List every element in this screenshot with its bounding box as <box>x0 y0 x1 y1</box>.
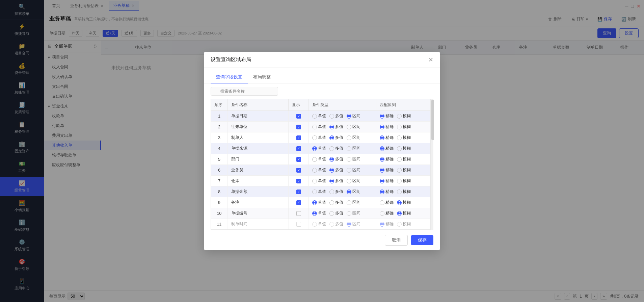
radio-exact[interactable]: 精确 <box>380 113 394 119</box>
checkbox[interactable]: ✓ <box>296 135 301 140</box>
radio-circle-fuzzy <box>397 211 402 216</box>
row-display-checkbox[interactable] <box>289 208 309 219</box>
radio-multi[interactable]: 多值 <box>329 113 343 119</box>
radio-circle-multi <box>329 200 334 205</box>
radio-multi[interactable]: 多值 <box>329 135 343 141</box>
radio-exact[interactable]: 精确 <box>380 167 394 173</box>
radio-single[interactable]: 单值 <box>312 167 326 173</box>
radio-range[interactable]: 区间 <box>347 156 360 162</box>
radio-exact[interactable]: 精确 <box>380 189 394 195</box>
radio-exact[interactable]: 精确 <box>380 124 394 130</box>
radio-range[interactable]: 区间 <box>347 210 360 216</box>
radio-fuzzy[interactable]: 模糊 <box>397 113 411 119</box>
radio-multi[interactable]: 多值 <box>329 189 343 195</box>
row-display-checkbox[interactable]: ✓ <box>289 132 309 143</box>
row-display-checkbox[interactable]: ✓ <box>289 197 309 208</box>
radio-circle-fuzzy <box>397 135 402 140</box>
radio-single[interactable]: 单值 <box>312 221 326 227</box>
radio-multi[interactable]: 多值 <box>329 167 343 173</box>
radio-circle-multi <box>329 179 334 183</box>
row-display-checkbox[interactable]: ✓ <box>289 165 309 175</box>
checkbox[interactable]: ✓ <box>296 157 301 162</box>
radio-range[interactable]: 区间 <box>347 146 360 151</box>
radio-fuzzy[interactable]: 模糊 <box>397 167 411 173</box>
radio-exact[interactable]: 精确 <box>380 146 394 151</box>
radio-single[interactable]: 单值 <box>312 200 326 205</box>
radio-range[interactable]: 区间 <box>347 113 360 119</box>
radio-single[interactable]: 单值 <box>312 189 326 195</box>
row-display-checkbox[interactable]: ✓ <box>289 176 309 186</box>
radio-circle-range <box>347 125 351 129</box>
radio-exact[interactable]: 精确 <box>380 221 394 227</box>
radio-fuzzy[interactable]: 模糊 <box>397 156 411 162</box>
checkbox[interactable]: ✓ <box>296 190 301 194</box>
row-display-checkbox[interactable]: ✓ <box>289 154 309 165</box>
radio-range[interactable]: 区间 <box>347 221 360 227</box>
row-display-checkbox[interactable]: ✓ <box>289 143 309 154</box>
radio-single[interactable]: 单值 <box>312 124 326 130</box>
row-match-rule: 精确模糊 <box>376 208 430 219</box>
radio-range[interactable]: 区间 <box>347 178 360 184</box>
checkbox[interactable] <box>296 211 301 216</box>
row-display-checkbox[interactable]: ✓ <box>289 111 309 121</box>
row-condition-type: 单值多值区间 <box>309 132 376 143</box>
modal-search-input[interactable] <box>211 87 278 96</box>
radio-fuzzy[interactable]: 模糊 <box>397 178 411 184</box>
radio-fuzzy[interactable]: 模糊 <box>397 221 411 227</box>
radio-range[interactable]: 区间 <box>347 200 360 205</box>
row-condition-name: 备注 <box>228 197 289 208</box>
table-row: 8单据金额✓单值多值区间精确模糊 <box>211 186 430 197</box>
radio-single[interactable]: 单值 <box>312 146 326 151</box>
radio-multi[interactable]: 多值 <box>329 210 343 216</box>
radio-exact[interactable]: 精确 <box>380 200 394 205</box>
row-display-checkbox[interactable]: ✓ <box>289 122 309 132</box>
checkbox[interactable]: ✓ <box>296 179 301 183</box>
radio-circle-fuzzy <box>397 146 402 151</box>
radio-exact[interactable]: 精确 <box>380 210 394 216</box>
tab-field-settings[interactable]: 查询字段设置 <box>211 71 248 83</box>
radio-multi[interactable]: 多值 <box>329 178 343 184</box>
radio-fuzzy[interactable]: 模糊 <box>397 124 411 130</box>
radio-exact[interactable]: 精确 <box>380 135 394 141</box>
radio-single[interactable]: 单值 <box>312 178 326 184</box>
radio-fuzzy[interactable]: 模糊 <box>397 189 411 195</box>
save-button[interactable]: 保存 <box>411 235 433 245</box>
radio-multi[interactable]: 多值 <box>329 156 343 162</box>
radio-single[interactable]: 单值 <box>312 156 326 162</box>
checkbox[interactable] <box>296 222 301 227</box>
radio-single[interactable]: 单值 <box>312 210 326 216</box>
radio-fuzzy[interactable]: 模糊 <box>397 135 411 141</box>
scrollbar-thumb[interactable] <box>431 100 434 140</box>
radio-multi[interactable]: 多值 <box>329 124 343 130</box>
checkbox[interactable]: ✓ <box>296 114 301 119</box>
modal-close-button[interactable]: ✕ <box>428 57 433 63</box>
tab-layout-adjust[interactable]: 布局调整 <box>248 71 276 83</box>
radio-multi[interactable]: 多值 <box>329 200 343 205</box>
radio-single[interactable]: 单值 <box>312 113 326 119</box>
row-condition-name: 部门 <box>228 154 289 165</box>
row-seq: 3 <box>211 132 228 143</box>
th-condition-type: 条件类型 <box>309 99 376 110</box>
checkbox[interactable]: ✓ <box>296 125 301 129</box>
radio-single[interactable]: 单值 <box>312 135 326 141</box>
checkbox[interactable]: ✓ <box>296 200 301 205</box>
radio-circle-multi <box>329 135 334 140</box>
radio-range[interactable]: 区间 <box>347 124 360 130</box>
table-row: 3制单人✓单值多值区间精确模糊 <box>211 132 430 143</box>
cancel-button[interactable]: 取消 <box>385 235 408 246</box>
radio-fuzzy[interactable]: 模糊 <box>397 200 411 205</box>
row-display-checkbox[interactable] <box>289 219 309 229</box>
radio-range[interactable]: 区间 <box>347 135 360 141</box>
scrollbar[interactable] <box>431 99 433 230</box>
checkbox[interactable]: ✓ <box>296 168 301 173</box>
row-display-checkbox[interactable]: ✓ <box>289 186 309 197</box>
checkbox[interactable]: ✓ <box>296 146 301 151</box>
radio-multi[interactable]: 多值 <box>329 146 343 151</box>
radio-exact[interactable]: 精确 <box>380 178 394 184</box>
radio-exact[interactable]: 精确 <box>380 156 394 162</box>
radio-range[interactable]: 区间 <box>347 189 360 195</box>
radio-multi[interactable]: 多值 <box>329 221 343 227</box>
radio-range[interactable]: 区间 <box>347 167 360 173</box>
radio-fuzzy[interactable]: 模糊 <box>397 210 411 216</box>
radio-fuzzy[interactable]: 模糊 <box>397 146 411 151</box>
